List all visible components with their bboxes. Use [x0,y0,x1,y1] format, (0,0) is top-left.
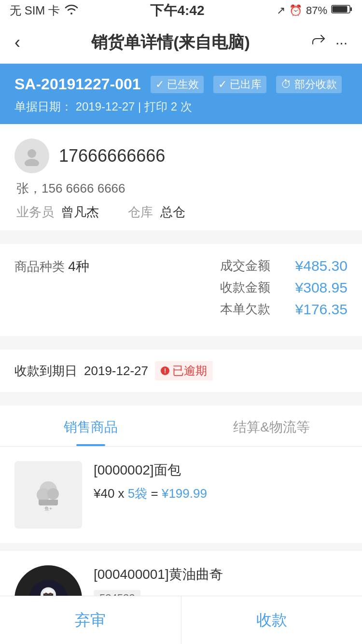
salesperson-label: 业务员 [16,205,54,219]
location-icon: ↗ [277,4,285,17]
wifi-icon [65,4,78,17]
status-badge-shipped: ✓ 已出库 [213,76,266,93]
owed-amount-row: 本单欠款 ¥176.35 [220,301,348,318]
nav-actions: ··· [311,33,348,51]
overdue-card: 收款到期日 2019-12-27 ! 已逾期 [0,350,362,392]
price-base-1: ¥40 x [94,486,128,501]
svg-point-15 [50,594,51,595]
alarm-icon: ⏰ [289,4,302,17]
salesperson-item: 业务员 曾凡杰 [16,204,99,221]
svg-rect-2 [332,6,347,13]
product-price-1: ¥40 x 5袋 = ¥199.99 [94,485,348,502]
check-icon-1: ✓ [155,78,164,91]
tab-settlement[interactable]: 结算&物流等 [181,406,362,446]
deal-amount-label: 成交金额 [220,257,270,274]
status-bar-left: 无 SIM 卡 [10,3,78,18]
received-amount-row: 收款金额 ¥308.95 [220,279,348,296]
product-name-2: [000400001]黄油曲奇 [94,565,348,584]
status-badge-effective: ✓ 已生效 [151,76,204,93]
tab-sales-products[interactable]: 销售商品 [0,406,181,446]
page-title: 销货单详情(来自电脑) [30,31,311,54]
owed-amount-label: 本单欠款 [220,301,270,318]
more-button[interactable]: ··· [335,34,348,51]
amounts: 成交金额 ¥485.30 收款金额 ¥308.95 本单欠款 ¥176.35 [220,257,348,322]
summary-card: 商品种类 4种 成交金额 ¥485.30 收款金额 ¥308.95 本单欠款 ¥… [0,244,362,336]
deal-amount-value: ¥485.30 [280,258,348,274]
summary-row: 商品种类 4种 成交金额 ¥485.30 收款金额 ¥308.95 本单欠款 ¥… [14,257,348,322]
category-count: 4种 [68,259,89,274]
cancel-button[interactable]: 弃审 [0,596,181,644]
status-bar-time: 下午4:42 [150,1,204,20]
received-amount-label: 收款金额 [220,279,270,296]
separator-2 [0,342,362,350]
svg-rect-1 [350,7,352,11]
product-name-1: [0000002]面包 [94,461,348,479]
warehouse-value: 总仓 [160,205,185,219]
product-image-1: 鱼+ [14,461,82,529]
overdue-dot-icon: ! [161,366,169,375]
price-qty-1: 5袋 [128,486,147,501]
status-bar: 无 SIM 卡 下午4:42 ↗ ⏰ 87% [0,0,362,21]
customer-meta: 业务员 曾凡杰 仓库 总仓 [14,204,348,221]
warehouse-item: 仓库 总仓 [128,204,185,221]
svg-point-14 [45,594,46,595]
battery-text: 87% [306,4,327,17]
separator-3 [0,398,362,406]
customer-id: 17666666666 [59,146,165,166]
confirm-button[interactable]: 收款 [181,596,362,644]
salesperson-value: 曾凡杰 [61,205,99,219]
deal-amount-row: 成交金额 ¥485.30 [220,257,348,274]
product-info-1: [0000002]面包 ¥40 x 5袋 = ¥199.99 [94,461,348,502]
customer-card: 17666666666 张，156 6666 6666 业务员 曾凡杰 仓库 总… [0,124,362,230]
clock-icon: ⏱ [281,78,292,91]
svg-point-3 [28,149,36,158]
svg-point-7 [47,488,59,500]
overdue-label: 收款到期日 [14,363,77,379]
status-badge-partial: ⏱ 部分收款 [276,76,342,93]
price-eq-1: = [147,486,162,501]
separator-1 [0,236,362,244]
header-banner: SA-20191227-001 ✓ 已生效 ✓ 已出库 ⏱ 部分收款 单据日期：… [0,64,362,124]
customer-sub-info: 张，156 6666 6666 [14,180,348,197]
svg-text:鱼+: 鱼+ [44,506,52,511]
warehouse-label: 仓库 [128,205,153,219]
overdue-badge: ! 已逾期 [155,361,213,380]
product-item: 鱼+ [0000002]面包 ¥40 x 5袋 = ¥199.99 [0,447,362,543]
carrier-text: 无 SIM 卡 [10,3,60,18]
nav-bar: ‹ 销货单详情(来自电脑) ··· [0,21,362,64]
overdue-badge-text: 已逾期 [172,363,207,378]
order-date-line: 单据日期： 2019-12-27 | 打印 2 次 [14,99,348,114]
status-bar-right: ↗ ⏰ 87% [277,4,352,17]
overdue-date: 2019-12-27 [84,364,148,378]
battery-icon [331,4,352,17]
check-icon-2: ✓ [218,78,227,91]
svg-point-4 [25,159,39,166]
price-total-1: ¥199.99 [162,486,207,501]
bottom-bar: 弃审 收款 [0,596,362,644]
category-info: 商品种类 4种 [14,257,89,276]
received-amount-value: ¥308.95 [280,280,348,296]
category-label: 商品种类 [14,259,65,274]
customer-top: 17666666666 [14,139,348,173]
order-number: SA-20191227-001 [14,75,141,93]
owed-amount-value: ¥176.35 [280,301,348,318]
share-button[interactable] [311,33,326,51]
tabs: 销售商品 结算&物流等 [0,406,362,447]
avatar [14,139,49,173]
back-button[interactable]: ‹ [14,32,30,53]
